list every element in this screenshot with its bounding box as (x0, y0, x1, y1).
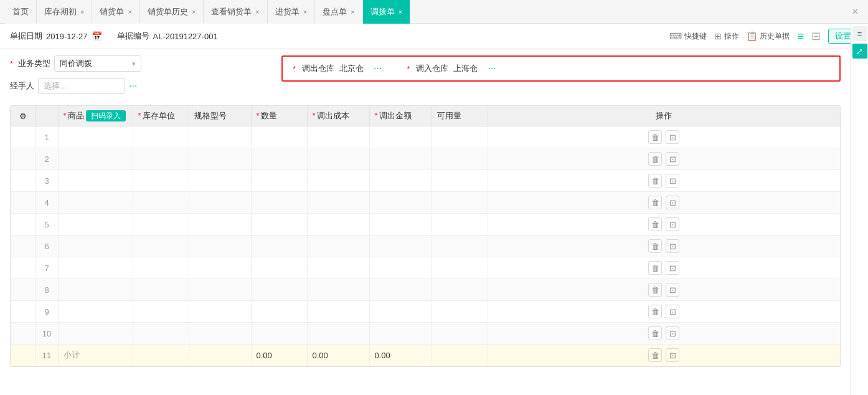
amount-cell-8[interactable] (369, 279, 432, 301)
unit-cell-3[interactable] (133, 170, 189, 192)
product-cell-10[interactable] (58, 323, 133, 345)
tab-sales-history[interactable]: 销货单历史 × (140, 0, 204, 24)
gear-icon[interactable]: ⚙ (19, 112, 27, 121)
handler-select[interactable]: 选择... (38, 78, 125, 94)
close-tab-inventory-check[interactable]: × (351, 8, 354, 16)
copy-icon-row-4[interactable]: ⊡ (666, 196, 679, 209)
delete-icon-row-4[interactable]: 🗑 (648, 196, 662, 209)
quantity-cell-3[interactable] (251, 170, 307, 192)
cost-cell-4[interactable] (307, 192, 369, 214)
tab-inventory-check[interactable]: 盘点单 × (315, 0, 362, 24)
spec-cell-7[interactable] (189, 257, 251, 279)
unit-cell-8[interactable] (133, 279, 189, 301)
warehouse-out-more-button[interactable]: ··· (374, 63, 382, 74)
unit-cell-9[interactable] (133, 301, 189, 323)
quantity-cell-2[interactable] (251, 148, 307, 170)
unit-cell-4[interactable] (133, 192, 189, 214)
cost-cell-9[interactable] (307, 301, 369, 323)
copy-icon-row-6[interactable]: ⊡ (666, 239, 679, 253)
business-type-select[interactable]: 同价调拨 ▾ (54, 55, 141, 72)
close-all-tabs-button[interactable]: × (847, 6, 863, 17)
history-button[interactable]: 📋 历史单据 (747, 31, 790, 42)
cost-cell-1[interactable] (307, 126, 369, 148)
tab-sales-order[interactable]: 销货单 × (92, 0, 139, 24)
product-cell-8[interactable] (58, 279, 133, 301)
amount-cell-6[interactable] (369, 236, 432, 257)
unit-cell-6[interactable] (133, 236, 189, 257)
amount-cell-7[interactable] (369, 257, 432, 279)
cost-cell-6[interactable] (307, 236, 369, 257)
unit-cell-5[interactable] (133, 214, 189, 236)
tab-home[interactable]: 首页 (5, 0, 37, 24)
quantity-cell-6[interactable] (251, 236, 307, 257)
amount-cell-5[interactable] (369, 214, 432, 236)
spec-cell-10[interactable] (189, 323, 251, 345)
product-cell-6[interactable] (58, 236, 133, 257)
layout-icon-1[interactable]: ≡ (797, 30, 804, 43)
spec-cell-2[interactable] (189, 148, 251, 170)
spec-cell-3[interactable] (189, 170, 251, 192)
delete-icon-row-6[interactable]: 🗑 (648, 239, 662, 253)
unit-cell-10[interactable] (133, 323, 189, 345)
layout-icon-2[interactable]: ⊟ (811, 29, 821, 43)
copy-icon-row-9[interactable]: ⊡ (666, 305, 679, 318)
quantity-cell-10[interactable] (251, 323, 307, 345)
copy-icon-row-1[interactable]: ⊡ (666, 130, 679, 144)
close-tab-view-sales[interactable]: × (255, 8, 259, 16)
unit-cell-1[interactable] (133, 126, 189, 148)
copy-icon-row-11[interactable]: ⊡ (666, 348, 679, 362)
quantity-cell-8[interactable] (251, 279, 307, 301)
product-cell-9[interactable] (58, 301, 133, 323)
close-tab-sales-order[interactable]: × (128, 8, 131, 16)
product-cell-2[interactable] (58, 148, 133, 170)
copy-icon-row-8[interactable]: ⊡ (666, 283, 679, 297)
copy-icon-row-3[interactable]: ⊡ (666, 174, 679, 188)
unit-cell-2[interactable] (133, 148, 189, 170)
delete-icon-row-9[interactable]: 🗑 (648, 305, 662, 318)
calendar-icon[interactable]: 📅 (92, 31, 102, 41)
tab-inventory-init[interactable]: 库存期初 × (37, 0, 92, 24)
spec-cell-1[interactable] (189, 126, 251, 148)
tab-view-sales[interactable]: 查看销货单 × (204, 0, 267, 24)
handler-more-button[interactable]: ··· (129, 80, 137, 92)
sidebar-expand-button[interactable]: ⤢ (852, 44, 867, 59)
delete-icon-row-11[interactable]: 🗑 (648, 348, 662, 362)
copy-icon-row-7[interactable]: ⊡ (666, 261, 679, 275)
spec-cell-6[interactable] (189, 236, 251, 257)
warehouse-in-more-button[interactable]: ··· (488, 63, 496, 74)
amount-cell-9[interactable] (369, 301, 432, 323)
copy-icon-row-5[interactable]: ⊡ (666, 217, 679, 231)
scan-entry-button[interactable]: 扫码录入 (86, 110, 126, 121)
spec-cell-8[interactable] (189, 279, 251, 301)
quantity-cell-5[interactable] (251, 214, 307, 236)
unit-cell-7[interactable] (133, 257, 189, 279)
delete-icon-row-3[interactable]: 🗑 (648, 174, 662, 188)
amount-cell-1[interactable] (369, 126, 432, 148)
amount-cell-2[interactable] (369, 148, 432, 170)
sidebar-list-button[interactable]: ≡ (852, 26, 867, 41)
delete-icon-row-5[interactable]: 🗑 (648, 217, 662, 231)
quantity-cell-7[interactable] (251, 257, 307, 279)
amount-cell-3[interactable] (369, 170, 432, 192)
copy-icon-row-10[interactable]: ⊡ (666, 326, 679, 340)
cost-cell-10[interactable] (307, 323, 369, 345)
delete-icon-row-8[interactable]: 🗑 (648, 283, 662, 297)
product-cell-1[interactable] (58, 126, 133, 148)
product-cell-5[interactable] (58, 214, 133, 236)
operations-button[interactable]: ⊞ 操作 (714, 31, 739, 42)
cost-cell-5[interactable] (307, 214, 369, 236)
quantity-cell-4[interactable] (251, 192, 307, 214)
amount-cell-10[interactable] (369, 323, 432, 345)
close-tab-transfer-order[interactable]: × (399, 8, 402, 16)
spec-cell-5[interactable] (189, 214, 251, 236)
tab-purchase-order[interactable]: 进货单 × (268, 0, 315, 24)
product-cell-7[interactable] (58, 257, 133, 279)
shortcuts-button[interactable]: ⌨ 快捷键 (669, 31, 707, 42)
product-cell-4[interactable] (58, 192, 133, 214)
cost-cell-7[interactable] (307, 257, 369, 279)
delete-icon-row-1[interactable]: 🗑 (648, 130, 662, 144)
amount-cell-4[interactable] (369, 192, 432, 214)
copy-icon-row-2[interactable]: ⊡ (666, 152, 679, 166)
delete-icon-row-2[interactable]: 🗑 (648, 152, 662, 166)
spec-cell-4[interactable] (189, 192, 251, 214)
